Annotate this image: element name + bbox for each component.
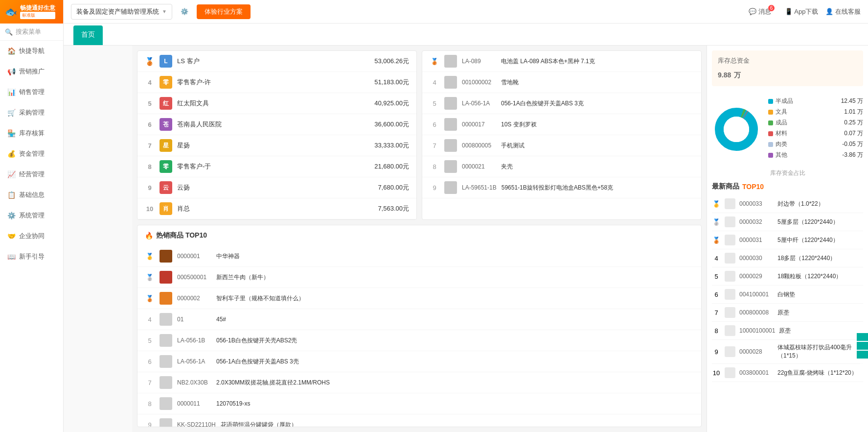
system-selector[interactable]: 装备及固定资产辅助管理系统 ▼: [71, 4, 172, 20]
sidebar-item-inventory[interactable]: 🏪 库存核算: [0, 123, 63, 144]
legend-color: [768, 142, 773, 147]
avatar: 零: [160, 160, 172, 173]
system-icon: ⚙️: [7, 212, 15, 219]
tab-home[interactable]: 首页: [73, 25, 103, 45]
product-image: [160, 397, 172, 410]
legend-color: [768, 131, 773, 136]
main-area: 装备及固定资产辅助管理系统 ▼ ⚙️ 体验行业方案 💬 消息6 📱 App下载 …: [64, 0, 868, 432]
donut-chart: [712, 105, 761, 154]
hot-products-card: 🔥 热销商品 TOP10 🥇 0000001 中华神器 🥈 000500001: [137, 225, 702, 427]
legend-color: [768, 110, 773, 115]
product-image: [725, 325, 735, 336]
product-image: [725, 346, 735, 357]
product-image: [725, 289, 735, 300]
table-row: 7 000800008 原垄: [712, 304, 863, 322]
rank-number: 5: [712, 273, 721, 280]
legend-color: [768, 153, 773, 158]
product-code: 0000033: [739, 200, 774, 207]
rank-number: 10: [712, 369, 721, 377]
product-image: [160, 355, 172, 368]
topbar-right: 💬 消息6 📱 App下载 👤 在线客服: [749, 7, 861, 16]
table-row: 6 0000017 10S 变刹罗衩: [422, 114, 701, 135]
sidebar-item-label: 系统管理: [19, 211, 45, 220]
sidebar-item-label: 采购管理: [19, 108, 45, 117]
avatar: 苍: [160, 118, 172, 131]
dashboard-right: 库存总资金 9.88 万: [707, 46, 868, 432]
legend-item: 成品 0.25 万: [768, 119, 863, 127]
search-menu[interactable]: 🔍 搜索菜单: [0, 24, 63, 41]
product-ranking-card: 🥉 LA-089 电池盖 LA-089 ABS本色+黑种 7.1克 4 0010…: [422, 50, 702, 220]
online-service-link[interactable]: 👤 在线客服: [825, 7, 861, 16]
rank-number: 6: [712, 291, 721, 298]
dashboard-left: [64, 46, 132, 432]
product-name: 原垄: [777, 309, 863, 317]
product-code: LA-056-1A: [462, 100, 496, 107]
product-image: [444, 181, 457, 194]
sidebar-item-label: 库存核算: [19, 129, 45, 138]
table-row: 🥇 0000001 中华神器: [137, 246, 701, 267]
table-row: 7 000800005 手机测试: [422, 135, 701, 156]
operations-icon: 📈: [7, 170, 15, 178]
product-code: LA-089: [462, 58, 496, 65]
customer-name: 肖总: [177, 204, 373, 213]
dashboard: 🥉 L LS 客户 53,006.26元 4 零 零售客户-许 51,183.0…: [64, 46, 868, 432]
sidebar-item-enterprise[interactable]: 🤝 企业协同: [0, 226, 63, 246]
product-name: 056-1B白色按键开关壳ABS2壳: [216, 336, 694, 345]
sidebar-item-basic[interactable]: 📋 基础信息: [0, 185, 63, 205]
product-name: 18颗粒板（1220*2440）: [777, 272, 863, 281]
product-name: 智利车子里（规格不知道填什么）: [216, 294, 694, 303]
float-buttons: 客服热线 服务社区 直播: [857, 333, 868, 359]
product-image: [160, 376, 172, 389]
table-row: 9 KK-SD22110H 花语萌恒温分罐罐袋（厚款）: [137, 414, 701, 427]
sidebar-item-quicknav[interactable]: 🏠 快捷导航: [0, 41, 63, 61]
page-tabs: 首页: [64, 24, 868, 46]
message-area[interactable]: 💬 消息6: [749, 7, 777, 16]
rank-number: 9: [712, 348, 721, 356]
sidebar-item-finance[interactable]: 💰 资金管理: [0, 144, 63, 164]
medal-icon: 🥇: [145, 253, 155, 260]
table-row: 5 LA-056-1A 056-1A白色按键开关盖ABS 3克: [422, 93, 701, 114]
product-code: 0000030: [739, 255, 774, 262]
live-button[interactable]: 直播: [857, 351, 868, 359]
sidebar-item-label: 资金管理: [19, 149, 45, 158]
chevron-down-icon: ▼: [162, 9, 167, 14]
sidebar-item-label: 快捷导航: [19, 47, 45, 55]
logo-badge: 标准版: [20, 12, 55, 19]
sidebar-item-system[interactable]: ⚙️ 系统管理: [0, 205, 63, 226]
community-button[interactable]: 服务社区: [857, 342, 868, 350]
sidebar-item-label: 销售管理: [19, 88, 45, 96]
avatar: 零: [160, 76, 172, 89]
sidebar: 🐟 畅捷通好生意 标准版 🔍 搜索菜单 🏠 快捷导航 📢 营销推广 📊 销售管理…: [0, 0, 64, 432]
rank-number: 9: [145, 184, 155, 192]
sidebar-item-operations[interactable]: 📈 经营管理: [0, 164, 63, 185]
inventory-title: 库存总资金: [718, 56, 857, 65]
legend-item: 肉类 -0.05 万: [768, 140, 863, 148]
product-code: 0000001: [177, 253, 211, 260]
table-row: 7 星 星扬 33,333.00元: [137, 135, 416, 156]
sidebar-item-marketing[interactable]: 📢 营销推广: [0, 61, 63, 82]
product-image: [725, 307, 735, 318]
app-download-link[interactable]: 📱 App下载: [785, 7, 818, 16]
rank-number: 5: [145, 337, 155, 344]
settings-button[interactable]: ⚙️: [177, 4, 192, 19]
product-code: 000500001: [177, 274, 211, 281]
sidebar-item-purchase[interactable]: 🛒 采购管理: [0, 102, 63, 123]
product-name: 10S 变刹罗衩: [501, 120, 694, 129]
product-name: 59651-1B旋转投影灯电池盒ABS黑色+58克: [502, 184, 694, 192]
medal-icon: 🥉: [145, 295, 155, 302]
product-name: 新西兰牛肉（新牛）: [216, 273, 694, 282]
trial-button[interactable]: 体验行业方案: [197, 4, 251, 19]
sidebar-item-sales[interactable]: 📊 销售管理: [0, 82, 63, 102]
product-name: 体城荔枝味苏打饮品400毫升（1*15）: [777, 343, 863, 360]
customer-service-button[interactable]: 客服热线: [857, 333, 868, 341]
table-row: 6 004100001 白钢垫: [712, 286, 863, 304]
product-image: [725, 198, 735, 209]
inventory-icon: 🏪: [7, 129, 15, 137]
sidebar-item-label: 企业协同: [19, 232, 45, 240]
product-name: 056-1A白色按键开关盖ABS 3克: [501, 99, 694, 108]
rank-number: 6: [145, 358, 155, 365]
sidebar-item-guide[interactable]: 📖 新手引导: [0, 246, 63, 267]
hot-products-title: 🔥 热销商品 TOP10: [137, 225, 701, 246]
rank-number: 8: [145, 400, 155, 408]
dashboard-center: 🥉 L LS 客户 53,006.26元 4 零 零售客户-许 51,183.0…: [132, 46, 707, 432]
